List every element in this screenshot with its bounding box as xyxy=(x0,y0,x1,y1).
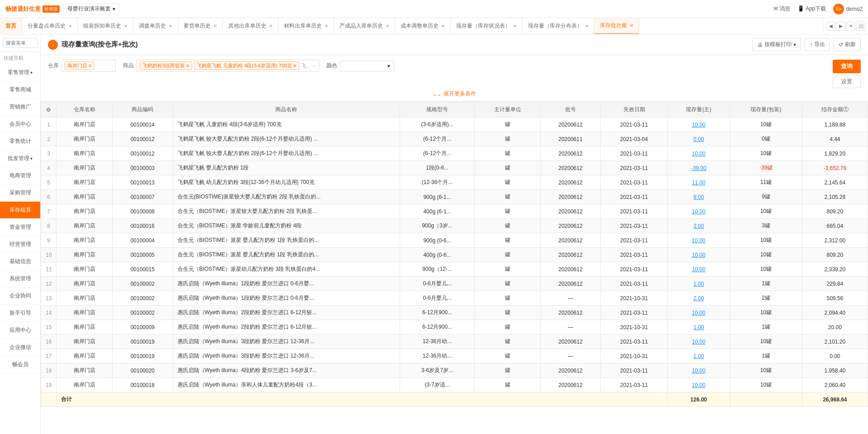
table-row: 2 南岸门店 00100012 飞鹤星飞帆 较大婴儿配方奶粉 2段(6-12个月… xyxy=(41,132,868,146)
sidebar-item-inventory[interactable]: 库存核算 xyxy=(0,202,40,219)
tab-order-history[interactable]: 要货单历史 ✕ xyxy=(178,18,223,34)
cell-warehouse: 南岸门店 xyxy=(57,204,113,219)
remove-product-tag-1[interactable]: ✕ xyxy=(186,63,189,68)
cell-name: 惠氏启陆（Wyeth illuma）4段奶粉 爱尔兰进口 3-6岁及7... xyxy=(173,363,400,378)
table-header-row: ⚙ 仓库名称 商品编码 商品名称 规格型号 主计量单位 批号 失效日期 现存量(… xyxy=(41,102,868,118)
maximize-btn[interactable]: ⬜ xyxy=(856,22,865,31)
close-tab-stock-status[interactable]: ✕ xyxy=(513,24,517,28)
sidebar-item-members[interactable]: 会员中心 xyxy=(0,116,40,133)
sidebar-item-base-info[interactable]: 基础信息 xyxy=(0,253,40,270)
cell-qty-main: 2.00 xyxy=(667,291,730,306)
close-tab-product-inbound[interactable]: ✕ xyxy=(386,24,389,28)
sidebar-item-guide[interactable]: 新手引导 xyxy=(0,305,40,322)
warehouse-filter-label: 仓库 xyxy=(48,62,59,70)
th-settings[interactable]: ⚙ xyxy=(41,102,57,118)
remove-product-tag-2[interactable]: ✕ xyxy=(293,63,297,68)
message-btn[interactable]: ✉ 消息 xyxy=(774,5,790,13)
close-tab-stock-distribution[interactable]: ✕ xyxy=(585,24,589,28)
sidebar-item-system[interactable]: 系统管理 xyxy=(0,270,40,288)
search-input[interactable] xyxy=(3,38,38,48)
sidebar-item-purchase[interactable]: 采购管理 xyxy=(0,184,40,202)
nav-prev-btn[interactable]: ◀ xyxy=(826,22,835,31)
cell-num: 9 xyxy=(41,233,57,248)
cell-name: 合生元（BIOSTIME）派星 婴儿配方奶粉 1段 乳铁蛋白的... xyxy=(173,233,400,248)
close-tab-transfer[interactable]: ✕ xyxy=(169,24,172,28)
cell-spec: (6-12个月... xyxy=(400,132,475,146)
sidebar-item-ecommerce[interactable]: 电商管理 xyxy=(0,167,40,184)
sidebar-item-finance[interactable]: 资金管理 xyxy=(0,219,40,236)
avatar: Ea xyxy=(833,4,844,14)
cell-code: 00100014 xyxy=(113,118,173,132)
tab-home[interactable]: 首页 xyxy=(0,18,22,34)
sidebar-item-wholesale[interactable]: 批发管理 ▾ xyxy=(0,150,40,167)
sidebar-item-app-center[interactable]: 应用中心 xyxy=(0,322,40,339)
sidebar-item-retail-stats[interactable]: 零售统计 xyxy=(0,133,40,150)
close-tab-cost-adjust[interactable]: ✕ xyxy=(441,24,445,28)
table-row: 11 南岸门店 00100015 合生元（BIOSTIME）派星幼儿配方奶粉 3… xyxy=(41,262,868,277)
sidebar-item-operations[interactable]: 经营管理 xyxy=(0,236,40,253)
query-buttons: 查询 设置 xyxy=(833,60,861,88)
user-avatar[interactable]: Ea demo2 xyxy=(833,4,863,14)
sidebar-item-marketing[interactable]: 营销推广 xyxy=(0,99,40,116)
tab-material-history[interactable]: 材料出库单历史 ✕ xyxy=(278,18,334,34)
sidebar-item-enterprise[interactable]: 企业协同 xyxy=(0,288,40,305)
print-template-btn[interactable]: 🖨 按模板打印 ▾ xyxy=(752,38,801,51)
close-tab-order[interactable]: ✕ xyxy=(213,24,217,28)
cell-expire: 2021-03-11 xyxy=(601,190,668,204)
cell-amount: 1,189.88 xyxy=(802,118,868,132)
export-icon: ↑ xyxy=(810,42,812,48)
sidebar-item-member-plus[interactable]: 畅会员 xyxy=(0,356,40,373)
sidebar-item-wecom[interactable]: 企业微信 xyxy=(0,339,40,356)
warehouse-tags-container[interactable]: 南岸门店 ✕ xyxy=(61,60,116,72)
setting-btn[interactable]: 设置 xyxy=(833,75,861,88)
cell-unit: 罐 xyxy=(475,161,540,175)
close-all-tabs-btn[interactable]: ✕ xyxy=(846,22,855,31)
sidebar-item-retail-shop[interactable]: 零售商城 xyxy=(0,81,40,99)
tab-product-inbound[interactable]: 产成品入库单历史 ✕ xyxy=(334,18,395,34)
filter-main-row: 仓库 南岸门店 ✕ 商品 飞鹤奶粉3段两提装 xyxy=(48,60,861,88)
tab-stock-status[interactable]: 现存量（库存状况表） ✕ xyxy=(451,18,523,34)
product-tags-container[interactable]: 飞鹤奶粉3段两提装 ✕ 飞鹤星飞帆 儿童奶粉 4段(3-6岁适用) 700克 ✕… xyxy=(137,60,319,72)
cell-expire: 2021-03-11 xyxy=(601,363,668,378)
sidebar: 快捷导航 零售管理 ▾ 零售商城 营销推广 会员中心 零售统计 批发管理 ▾ 电… xyxy=(0,34,41,434)
close-tab-assembly[interactable]: ✕ xyxy=(124,24,127,28)
app-download-btn[interactable]: 📱 App下载 xyxy=(797,5,826,13)
tab-stock-distribution[interactable]: 现存量（库存分布表） ✕ xyxy=(523,18,594,34)
expand-more-btn[interactable]: ⌄⌄ 展开更多条件 xyxy=(48,88,861,99)
download-icon: 📱 xyxy=(797,5,804,12)
tags-more-btn[interactable]: 飞... xyxy=(301,62,310,69)
export-btn[interactable]: ↑ 导出 xyxy=(805,38,830,51)
close-tab-distribution[interactable]: ✕ xyxy=(68,24,72,28)
cell-spec: (3-7岁适... xyxy=(400,378,475,392)
remove-warehouse-tag[interactable]: ✕ xyxy=(88,63,92,68)
nav-next-btn[interactable]: ▶ xyxy=(836,22,845,31)
tab-assembly-history[interactable]: 组装拆卸单历史 ✕ xyxy=(78,18,133,34)
tab-batch-account[interactable]: 库存批次账 ✕ xyxy=(594,18,639,34)
tab-transfer-history[interactable]: 调拨单历史 ✕ xyxy=(133,18,178,34)
sidebar-item-retail-mgmt[interactable]: 零售管理 ▾ xyxy=(0,64,40,81)
cell-name: 飞鹤星飞帆 较大婴儿配方奶粉 2段(6-12个月婴幼儿适用) ... xyxy=(173,132,400,146)
cell-num: 13 xyxy=(41,291,57,306)
message-icon: ✉ xyxy=(774,5,778,12)
tab-distribution-history[interactable]: 分量盘点单历史 ✕ xyxy=(22,18,78,34)
cell-spec: 12-36月幼... xyxy=(400,335,475,349)
refresh-btn[interactable]: ↺ 刷新 xyxy=(834,38,861,51)
summary-label: 合计 xyxy=(57,392,668,407)
query-btn[interactable]: 查询 xyxy=(833,60,861,73)
cell-num: 4 xyxy=(41,161,57,175)
cell-code: 00100019 xyxy=(113,349,173,363)
close-tab-batch-account[interactable]: ✕ xyxy=(630,23,633,28)
cell-batch: 20200612 xyxy=(540,306,600,320)
cell-unit: 罐 xyxy=(475,175,540,190)
cell-expire: 2021-03-11 xyxy=(601,175,668,190)
close-tab-outbound[interactable]: ✕ xyxy=(269,24,273,28)
cell-qty-main: 10.00 xyxy=(667,204,730,219)
cell-num: 5 xyxy=(41,175,57,190)
table-row: 1 南岸门店 00100014 飞鹤星飞帆 儿童奶粉 4段(3-6岁适用) 70… xyxy=(41,118,868,132)
close-tab-material[interactable]: ✕ xyxy=(325,24,328,28)
tab-cost-adjust[interactable]: 成本调整单历史 ✕ xyxy=(395,18,451,34)
expand-sidebar-btn[interactable]: › xyxy=(48,40,58,50)
tab-outbound-history[interactable]: 其他出库单历史 ✕ xyxy=(223,18,278,34)
color-input[interactable]: ▾ xyxy=(340,61,394,71)
warehouse-selector[interactable]: 母婴行业演示账套 ▾ xyxy=(63,3,119,14)
